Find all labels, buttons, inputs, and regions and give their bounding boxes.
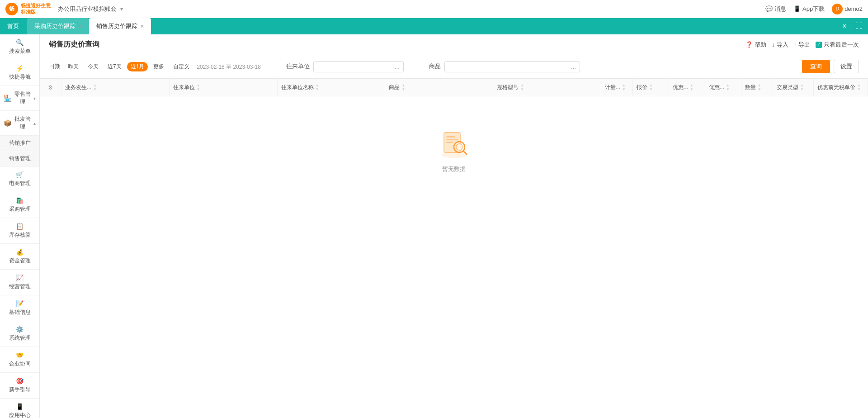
- svg-rect-3: [446, 139, 458, 140]
- sort-spec[interactable]: ▲ ▼: [520, 84, 524, 91]
- th-trade-type[interactable]: 交易类型 ▲ ▼: [773, 79, 814, 96]
- source-unit-input[interactable]: ...: [313, 61, 404, 72]
- date-label: 日期: [49, 62, 61, 71]
- sort-product[interactable]: ▲ ▼: [401, 84, 405, 91]
- sidebar-item-purchase-mgmt[interactable]: 🛍️ 采购管理: [0, 192, 39, 218]
- sidebar-item-enterprise-coop[interactable]: 🤝 企业协同: [0, 347, 39, 373]
- th-discount2[interactable]: 优惠... ▲ ▼: [705, 79, 741, 96]
- help-icon: ❓: [745, 41, 753, 48]
- basic-info-icon: 📝: [16, 300, 24, 307]
- sidebar-item-system-mgmt[interactable]: ⚙️ 系统管理: [0, 321, 39, 347]
- page-header-actions: ❓ 帮助 ↓ 导入 ↑ 导出 ✓ 只看最后一次: [745, 41, 859, 49]
- sidebar-item-marketing[interactable]: 营销推广: [0, 136, 39, 151]
- svg-point-0: [441, 152, 467, 158]
- wholesale-mgmt-icon: 📦: [4, 119, 11, 127]
- tab-home[interactable]: 首页: [0, 18, 26, 34]
- user-menu[interactable]: D demo2: [832, 4, 863, 14]
- pill-yesterday[interactable]: 昨天: [64, 62, 82, 71]
- sort-up-icon: ▲: [800, 84, 804, 87]
- tab-sales-history[interactable]: 销售历史价跟踪 ×: [89, 18, 151, 34]
- app-title-dropdown[interactable]: ▾: [120, 6, 123, 12]
- th-pretax-price[interactable]: 优惠前无税单价 ▲ ▼: [814, 79, 868, 96]
- sort-quote-price[interactable]: ▲ ▼: [649, 84, 653, 91]
- purchase-mgmt-icon: 🛍️: [16, 197, 24, 204]
- th-spec[interactable]: 规格型号 ▲ ▼: [493, 79, 601, 96]
- sidebar-item-operations[interactable]: 📈 经营管理: [0, 270, 39, 295]
- pill-7days[interactable]: 近7天: [104, 62, 125, 71]
- content-area: 销售历史价查询 ❓ 帮助 ↓ 导入 ↑ 导出 ✓ 只看最后一次: [40, 34, 868, 418]
- show-last-checkbox[interactable]: ✓ 只看最后一次: [816, 41, 859, 49]
- sidebar-item-basic-info[interactable]: 📝 基础信息: [0, 295, 39, 321]
- empty-svg: [436, 124, 472, 160]
- sidebar-item-wholesale-mgmt[interactable]: 📦 批发管理 ▴: [0, 111, 39, 136]
- pill-custom[interactable]: 自定义: [170, 62, 193, 71]
- sort-discount2[interactable]: ▲ ▼: [726, 84, 730, 91]
- sidebar-item-sales-mgmt[interactable]: 销售管理: [0, 151, 39, 166]
- product-input[interactable]: ...: [444, 61, 580, 72]
- th-quantity[interactable]: 数量 ▲ ▼: [741, 79, 773, 96]
- download-icon: 📱: [793, 5, 801, 12]
- import-icon: ↓: [772, 41, 775, 48]
- th-calc-unit[interactable]: 计量... ▲ ▼: [601, 79, 633, 96]
- app-download-button[interactable]: 📱 App下载: [793, 5, 825, 13]
- sidebar-item-app-center[interactable]: 📱 应用中心: [0, 399, 39, 418]
- pill-today[interactable]: 今天: [84, 62, 102, 71]
- tab-purchase-history[interactable]: 采购历史价跟踪 ×: [27, 18, 89, 34]
- sort-up-icon: ▲: [857, 84, 861, 87]
- fullscreen-button[interactable]: ⛶: [854, 21, 864, 32]
- th-unit-name[interactable]: 往来单位名称 ▲ ▼: [278, 79, 386, 96]
- setting-button[interactable]: 设置: [834, 60, 859, 73]
- wholesale-mgmt-arrow: ▴: [33, 121, 36, 126]
- table-area: ⚙ 业务发生... ▲ ▼ 往来单位 ▲ ▼: [40, 78, 868, 418]
- th-discount1[interactable]: 优惠... ▲ ▼: [669, 79, 705, 96]
- sidebar-item-retail-mgmt[interactable]: 🏪 零售管理 ▾: [0, 86, 39, 111]
- sort-down-icon: ▼: [520, 88, 524, 91]
- top-bar-left: 畅 畅捷通好生意 标准版 办公用品行业模拟账套 ▾: [5, 3, 123, 15]
- sidebar-item-search-menu[interactable]: 🔍 搜索菜单: [0, 34, 39, 60]
- export-button[interactable]: ↑ 导出: [794, 41, 811, 49]
- sidebar: 🔍 搜索菜单 ⚡ 快捷导航 🏪 零售管理 ▾ 📦 批发管理 ▴ 营销推广 销售管…: [0, 34, 40, 418]
- filter-product: 商品 ...: [429, 61, 580, 72]
- sidebar-item-quick-nav[interactable]: ⚡ 快捷导航: [0, 60, 39, 86]
- product-dots: ...: [571, 63, 576, 70]
- column-settings-button[interactable]: ⚙: [40, 79, 61, 96]
- sidebar-item-new-guide[interactable]: 🎯 新手引导: [0, 373, 39, 399]
- sort-up-icon: ▲: [622, 84, 626, 87]
- message-button[interactable]: 💬 消息: [765, 5, 786, 13]
- tab-sales-history-close[interactable]: ×: [140, 23, 144, 30]
- help-button[interactable]: ❓ 帮助: [745, 41, 766, 49]
- message-icon: 💬: [765, 5, 773, 12]
- close-all-tabs-button[interactable]: ×: [839, 21, 850, 32]
- filter-buttons: 查询 设置: [802, 60, 859, 73]
- tab-bar-actions: × ⛶: [839, 21, 868, 32]
- quick-nav-icon: ⚡: [16, 65, 24, 72]
- th-unit-code[interactable]: 往来单位 ▲ ▼: [170, 79, 278, 96]
- source-unit-label: 往来单位: [286, 62, 310, 71]
- sort-calc-unit[interactable]: ▲ ▼: [622, 84, 626, 91]
- sort-pretax-price[interactable]: ▲ ▼: [857, 84, 861, 91]
- sort-quantity[interactable]: ▲ ▼: [758, 84, 761, 91]
- sort-discount1[interactable]: ▲ ▼: [690, 84, 693, 91]
- sort-down-icon: ▼: [401, 88, 405, 91]
- filter-bar: 日期 昨天 今天 近7天 近1月 更多 自定义 2023-02-18 至 202…: [40, 55, 868, 78]
- sort-up-icon: ▲: [726, 84, 730, 87]
- sort-up-icon: ▲: [758, 84, 761, 87]
- date-range: 2023-02-18 至 2023-03-18: [197, 63, 260, 71]
- sort-unit-code[interactable]: ▲ ▼: [197, 84, 200, 91]
- sort-trade-type[interactable]: ▲ ▼: [800, 84, 804, 91]
- retail-mgmt-icon: 🏪: [4, 95, 11, 102]
- query-button[interactable]: 查询: [802, 60, 830, 73]
- sidebar-item-ecom-mgmt[interactable]: 🛒 电商管理: [0, 166, 39, 192]
- pill-more[interactable]: 更多: [150, 62, 168, 71]
- th-product[interactable]: 商品 ▲ ▼: [385, 79, 493, 96]
- sort-unit-name[interactable]: ▲ ▼: [316, 84, 319, 91]
- empty-image: [436, 124, 472, 160]
- sidebar-item-inventory[interactable]: 📋 库存核算: [0, 218, 39, 244]
- tab-purchase-history-close[interactable]: ×: [78, 23, 82, 30]
- th-quote-price[interactable]: 报价 ▲ ▼: [633, 79, 669, 96]
- sort-biz-date[interactable]: ▲ ▼: [93, 84, 97, 91]
- sidebar-item-finance[interactable]: 💰 资金管理: [0, 244, 39, 270]
- import-button[interactable]: ↓ 导入: [772, 41, 788, 49]
- pill-1month[interactable]: 近1月: [127, 62, 148, 71]
- th-biz-date[interactable]: 业务发生... ▲ ▼: [61, 79, 170, 96]
